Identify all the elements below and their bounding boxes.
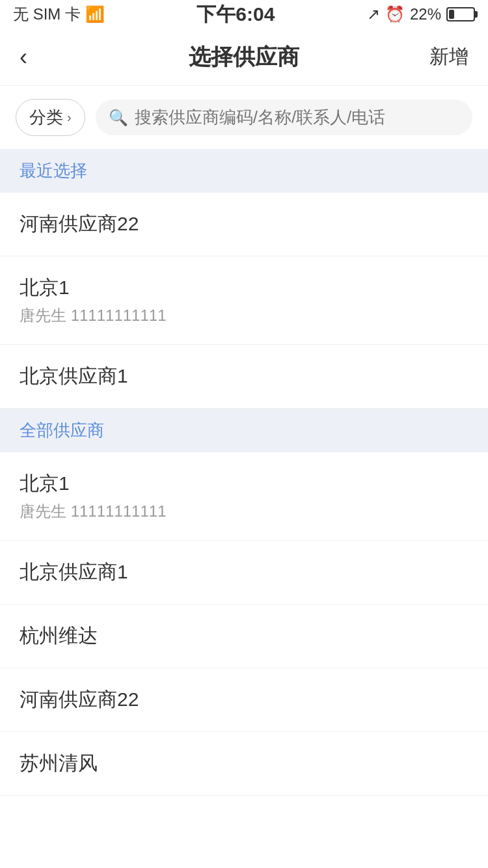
category-button[interactable]: 分类 › bbox=[16, 99, 85, 136]
all-list: 北京1唐先生 11111111111北京供应商1杭州维达河南供应商22苏州清风 bbox=[0, 452, 488, 796]
item-name: 苏州清风 bbox=[20, 750, 468, 777]
status-bar: 无 SIM 卡 📶 下午6:04 ↗ ⏰ 22% bbox=[0, 0, 488, 29]
all-list-item[interactable]: 北京供应商1 bbox=[0, 541, 488, 604]
status-time: 下午6:04 bbox=[197, 1, 275, 28]
alarm-icon: ⏰ bbox=[385, 5, 405, 23]
search-box[interactable]: 🔍 bbox=[96, 100, 472, 135]
recent-list-item[interactable]: 北京1唐先生 11111111111 bbox=[0, 256, 488, 345]
status-right: ↗ ⏰ 22% bbox=[367, 5, 475, 23]
all-list-item[interactable]: 北京1唐先生 11111111111 bbox=[0, 452, 488, 541]
battery-icon bbox=[446, 7, 475, 21]
item-detail: 唐先生 11111111111 bbox=[20, 501, 468, 522]
filter-bar: 分类 › 🔍 bbox=[0, 86, 488, 149]
all-list-item[interactable]: 杭州维达 bbox=[0, 604, 488, 668]
search-input[interactable] bbox=[135, 107, 459, 128]
recent-list: 河南供应商22北京1唐先生 11111111111北京供应商1 bbox=[0, 193, 488, 409]
location-icon: ↗ bbox=[367, 5, 380, 23]
search-icon: 🔍 bbox=[109, 109, 128, 127]
back-button[interactable]: ‹ bbox=[20, 44, 59, 71]
item-name: 河南供应商22 bbox=[20, 686, 468, 713]
all-section-label: 全部供应商 bbox=[20, 420, 104, 440]
recent-list-item[interactable]: 河南供应商22 bbox=[0, 193, 488, 256]
nav-bar: ‹ 选择供应商 新增 bbox=[0, 29, 488, 86]
page-title: 选择供应商 bbox=[189, 42, 299, 72]
recent-list-item[interactable]: 北京供应商1 bbox=[0, 345, 488, 409]
item-name: 杭州维达 bbox=[20, 623, 468, 649]
item-name: 北京1 bbox=[20, 470, 468, 497]
item-name: 河南供应商22 bbox=[20, 211, 468, 237]
category-label: 分类 bbox=[29, 106, 63, 129]
recent-section-label: 最近选择 bbox=[20, 161, 87, 180]
recent-section-header: 最近选择 bbox=[0, 149, 488, 193]
all-section-header: 全部供应商 bbox=[0, 409, 488, 452]
all-list-item[interactable]: 河南供应商22 bbox=[0, 668, 488, 732]
item-name: 北京供应商1 bbox=[20, 363, 468, 390]
add-button[interactable]: 新增 bbox=[429, 44, 468, 70]
status-left: 无 SIM 卡 📶 bbox=[13, 4, 105, 25]
no-sim-label: 无 SIM 卡 📶 bbox=[13, 4, 105, 25]
item-name: 北京供应商1 bbox=[20, 559, 468, 586]
item-detail: 唐先生 11111111111 bbox=[20, 305, 468, 326]
item-name: 北京1 bbox=[20, 275, 468, 301]
battery-percent: 22% bbox=[410, 5, 441, 23]
all-list-item[interactable]: 苏州清风 bbox=[0, 732, 488, 796]
chevron-right-icon: › bbox=[67, 110, 72, 125]
